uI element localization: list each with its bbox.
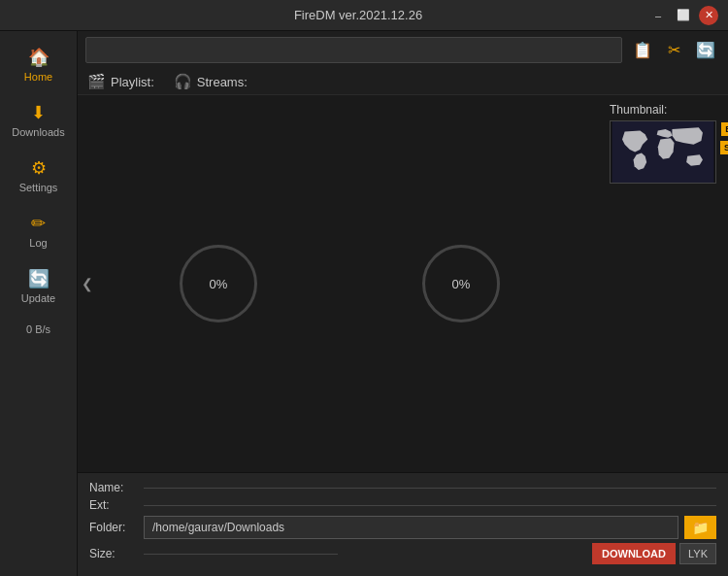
playlist-icon: 🎬 bbox=[87, 73, 106, 90]
streams-icon: 🎧 bbox=[174, 73, 192, 90]
sidebar: 🏠 Home ⬇ Downloads ⚙ Settings ✏ Log 🔄 Up… bbox=[0, 31, 78, 576]
ext-row: Ext: bbox=[89, 498, 716, 512]
ext-label: Ext: bbox=[89, 498, 138, 512]
progress-area: 0% 0% bbox=[78, 95, 602, 472]
left-progress-circle: 0% bbox=[180, 245, 257, 322]
streams-label: Streams: bbox=[197, 75, 248, 89]
thumbnail-panel: Thumbnail: bbox=[602, 95, 728, 472]
speed-display: 0 B/s bbox=[22, 316, 54, 343]
ext-line bbox=[144, 505, 716, 506]
sidebar-settings-label: Settings bbox=[19, 182, 58, 193]
downloads-icon: ⬇ bbox=[31, 102, 46, 123]
app-title: FireDM ver.2021.12.26 bbox=[68, 8, 648, 22]
thumbnail-label: Thumbnail: bbox=[610, 103, 667, 117]
right-progress-circle: 0% bbox=[422, 245, 500, 322]
minimize-button[interactable]: – bbox=[648, 6, 668, 25]
sidebar-item-downloads[interactable]: ⬇ Downloads bbox=[0, 94, 77, 146]
right-progress-value: 0% bbox=[452, 277, 471, 291]
folder-browse-button[interactable]: 📁 bbox=[684, 516, 716, 539]
paste-button[interactable]: 📋 bbox=[628, 38, 657, 62]
scissors-button[interactable]: ✂ bbox=[663, 38, 685, 62]
refresh-button[interactable]: 🔄 bbox=[691, 38, 720, 62]
folder-label: Folder: bbox=[89, 521, 138, 534]
video-area: ❮ 0% 0% Thumbnail: bbox=[78, 95, 728, 472]
name-label: Name: bbox=[89, 481, 138, 494]
folder-row: Folder: 📁 bbox=[89, 516, 716, 539]
sidebar-update-label: Update bbox=[21, 292, 55, 304]
bottom-form: Name: Ext: Folder: 📁 Size: DOWNLOAD LY bbox=[78, 472, 728, 576]
size-line bbox=[144, 554, 338, 555]
size-label: Size: bbox=[89, 547, 138, 560]
url-bar-row: 📋 ✂ 🔄 bbox=[78, 31, 728, 69]
playlist-item: 🎬 Playlist: bbox=[87, 73, 154, 90]
action-buttons: DOWNLOAD LYK bbox=[592, 543, 716, 564]
log-icon: ✏ bbox=[31, 213, 46, 234]
sidebar-item-log[interactable]: ✏ Log bbox=[0, 205, 77, 256]
sidebar-log-label: Log bbox=[29, 237, 47, 249]
sidebar-item-settings[interactable]: ⚙ Settings bbox=[0, 150, 77, 201]
lyk-button[interactable]: LYK bbox=[679, 543, 716, 564]
restore-button[interactable]: ⬜ bbox=[674, 6, 693, 25]
collapse-arrow[interactable]: ❮ bbox=[78, 272, 97, 295]
media-row: 🎬 Playlist: 🎧 Streams: bbox=[78, 69, 728, 95]
home-icon: 🏠 bbox=[28, 47, 50, 68]
thumbnail-image bbox=[610, 120, 716, 184]
thumbnail-side-buttons: BAT SUB i bbox=[720, 122, 728, 175]
bat-button[interactable]: BAT bbox=[721, 122, 728, 136]
settings-icon: ⚙ bbox=[31, 157, 47, 179]
close-button[interactable]: ✕ bbox=[699, 6, 718, 25]
window-controls: – ⬜ ✕ bbox=[648, 6, 718, 25]
sidebar-item-home[interactable]: 🏠 Home bbox=[0, 39, 77, 90]
titlebar: FireDM ver.2021.12.26 – ⬜ ✕ bbox=[0, 0, 728, 31]
url-input[interactable] bbox=[85, 37, 622, 63]
sidebar-home-label: Home bbox=[24, 71, 52, 83]
content-area: 📋 ✂ 🔄 🎬 Playlist: 🎧 Streams: ❮ 0% bbox=[78, 31, 728, 576]
sidebar-item-update[interactable]: 🔄 Update bbox=[0, 260, 77, 312]
size-action-row: Size: DOWNLOAD LYK bbox=[89, 543, 716, 564]
download-button[interactable]: DOWNLOAD bbox=[592, 543, 676, 564]
folder-input[interactable] bbox=[144, 516, 678, 539]
playlist-label: Playlist: bbox=[111, 75, 154, 89]
left-progress-value: 0% bbox=[210, 277, 228, 291]
sub-button[interactable]: SUB bbox=[720, 141, 728, 154]
sidebar-downloads-label: Downloads bbox=[12, 126, 64, 138]
name-row: Name: bbox=[89, 481, 716, 494]
name-line bbox=[144, 488, 716, 489]
main-layout: 🏠 Home ⬇ Downloads ⚙ Settings ✏ Log 🔄 Up… bbox=[0, 31, 728, 576]
streams-item: 🎧 Streams: bbox=[174, 73, 248, 90]
update-icon: 🔄 bbox=[28, 268, 50, 289]
